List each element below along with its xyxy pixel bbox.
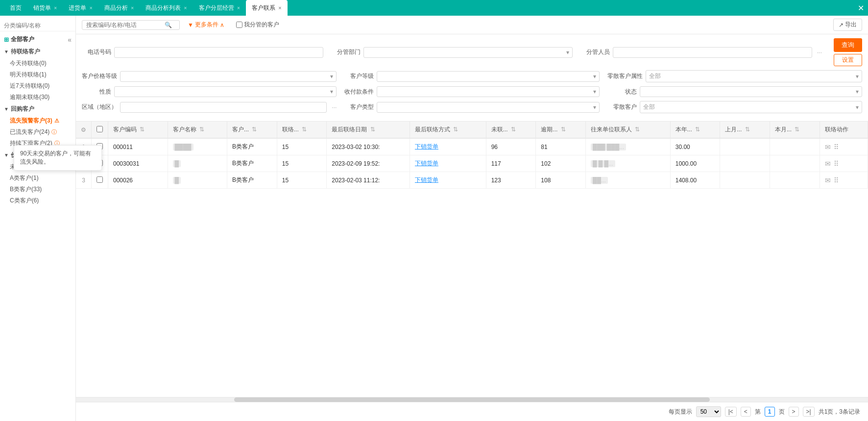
zero-attr-select[interactable]: 全部 ▾ [646, 70, 862, 82]
my-customers-check[interactable] [236, 22, 242, 28]
action-more-icon[interactable]: ⠿ [834, 176, 839, 184]
export-icon: ↗ [839, 22, 844, 28]
export-button[interactable]: ↗ 导出 [833, 19, 862, 31]
sidebar-item-a-class[interactable]: A类客户(1) [0, 173, 75, 184]
filter-zero-attr: 零散客户属性 全部 ▾ [607, 70, 862, 82]
row-customer-type: B类客户 [227, 138, 277, 155]
horizontal-scrollbar[interactable] [76, 397, 868, 402]
th-no-contact[interactable]: 未联... ⇅ [486, 122, 536, 138]
action-message-icon[interactable]: ✉ [825, 143, 831, 151]
manager-more-icon[interactable]: ··· [817, 49, 822, 56]
action-more-icon[interactable]: ⠿ [834, 160, 839, 168]
settings-icon[interactable]: ⚙ [81, 126, 86, 133]
gender-chevron-icon: ▾ [330, 88, 333, 95]
tab-close-product-analysis[interactable]: × [131, 5, 134, 11]
tab-product-analysis[interactable]: 商品分析 × [98, 0, 140, 16]
customer-level-select[interactable]: ▾ [377, 71, 599, 82]
next-page-btn[interactable]: > [789, 407, 799, 417]
per-page-select[interactable]: 50 100 200 [696, 406, 721, 417]
sidebar-pending-section[interactable]: ▼ 待联络客户 [0, 46, 75, 58]
sidebar-churn-section[interactable]: ▼ 回购客户 [0, 103, 75, 115]
tab-product-analysis-list[interactable]: 商品分析列表 × [140, 0, 193, 16]
row-customer-type: B类客户 [227, 155, 277, 172]
query-button[interactable]: 查询 [834, 38, 862, 52]
search-input[interactable] [86, 22, 165, 28]
tab-home[interactable]: 首页 [4, 0, 27, 16]
tab-close-sales-order[interactable]: × [54, 5, 57, 11]
row-checkbox-cell[interactable] [92, 172, 108, 189]
th-this-month[interactable]: 本月... ⇅ [770, 122, 820, 138]
th-customer-name[interactable]: 客户名称 ⇅ [168, 122, 227, 138]
sidebar-all-customers[interactable]: ⊞ 全部客户 « [0, 33, 75, 46]
th-customer-code[interactable]: 客户编码 ⇅ [108, 122, 168, 138]
first-page-btn[interactable]: |< [725, 407, 737, 417]
sidebar-item-7days-pending[interactable]: 近7天待联络(0) [0, 80, 75, 92]
th-last-contact-date[interactable]: 最后联络日期 ⇅ [327, 122, 410, 138]
row-last-month [720, 155, 770, 172]
filter-bar: 🔍 ▼ 更多条件 ∧ 我分管的客户 ↗ 导出 [76, 16, 868, 34]
region-input[interactable] [120, 102, 327, 113]
price-level-select[interactable]: ▾ [120, 71, 337, 82]
action-message-icon[interactable]: ✉ [825, 176, 831, 184]
dept-select[interactable]: ▾ [363, 47, 573, 58]
tab-customer-contact[interactable]: 客户联系 × [246, 0, 287, 16]
tab-close-product-analysis-list[interactable]: × [184, 5, 187, 11]
sidebar-item-b-class[interactable]: B类客户(33) [0, 184, 75, 195]
customer-type-chevron-icon: ▾ [593, 104, 596, 111]
row-action: ✉ ⠿ [820, 155, 868, 172]
status-select[interactable]: ▾ [640, 86, 862, 97]
region-more-icon[interactable]: ··· [332, 104, 337, 111]
sort-icon-last-month: ⇅ [745, 126, 750, 133]
manager-input[interactable] [613, 47, 812, 58]
th-last-month[interactable]: 上月... ⇅ [720, 122, 770, 138]
payment-select[interactable]: ▾ [377, 86, 599, 97]
sidebar-item-today-pending[interactable]: 今天待联络(0) [0, 58, 75, 69]
sidebar-item-already-churn[interactable]: 已流失客户(24) ⓘ [0, 126, 75, 138]
customer-type-select[interactable]: ▾ [377, 102, 599, 113]
more-conditions-btn[interactable]: ▼ 更多条件 ∧ [184, 19, 228, 30]
window-close-button[interactable]: ✕ [858, 3, 864, 13]
th-checkbox[interactable] [92, 122, 108, 138]
tab-close-purchase-order[interactable]: × [89, 5, 92, 11]
th-contact[interactable]: 联络... ⇅ [277, 122, 327, 138]
action-more-icon[interactable]: ⠿ [834, 143, 839, 151]
row-name: █ [168, 155, 227, 172]
sidebar-item-tomorrow-pending[interactable]: 明天待联络(1) [0, 69, 75, 80]
tab-close-customer-segmentation[interactable]: × [237, 5, 240, 11]
sidebar-item-churn-warning[interactable]: 流失预警客户(3) ⚠ [0, 115, 75, 126]
tooltip-churn-warning: 90天未交易的客户，可能有流失风险。 [14, 145, 76, 171]
sidebar-item-overdue-pending[interactable]: 逾期未联络(30) [0, 92, 75, 103]
last-page-btn[interactable]: >| [803, 407, 815, 417]
zero-customer-select[interactable]: 全部 ▾ [640, 101, 862, 113]
select-all-checkbox[interactable] [96, 126, 103, 132]
tab-close-customer-contact[interactable]: × [278, 5, 281, 11]
my-customers-checkbox[interactable]: 我分管的客户 [232, 19, 283, 30]
prev-page-btn[interactable]: < [741, 407, 751, 417]
row-checkbox-2[interactable] [96, 176, 103, 183]
tab-customer-segmentation[interactable]: 客户分层经营 × [193, 0, 246, 16]
gender-select[interactable]: ▾ [114, 86, 337, 97]
settings-button[interactable]: 设置 [834, 54, 862, 66]
filter-customer-type: 客户类型 ▾ [344, 102, 599, 113]
sidebar-item-c-class[interactable]: C类客户(6) [0, 195, 75, 206]
row-last-contact-date: 2023-02-09 19:52: [327, 155, 410, 172]
action-message-icon[interactable]: ✉ [825, 160, 831, 168]
row-overdue: 108 [536, 172, 586, 189]
th-customer-type[interactable]: 客户... ⇅ [227, 122, 277, 138]
sidebar-collapse-icon[interactable]: « [68, 36, 72, 44]
row-code: 00030031 [108, 155, 168, 172]
row-contact: 15 [277, 138, 327, 155]
tab-bar: 首页 销货单 × 进货单 × 商品分析 × 商品分析列表 × 客户分层经营 × … [0, 0, 868, 16]
th-year-amount[interactable]: 本年... ⇅ [670, 122, 720, 138]
th-overdue[interactable]: 逾期... ⇅ [536, 122, 586, 138]
sidebar-search-input[interactable] [4, 22, 76, 29]
tab-sales-order[interactable]: 销货单 × [27, 0, 63, 16]
th-last-contact-way[interactable]: 最后联络方式 ⇅ [410, 122, 486, 138]
tab-purchase-order[interactable]: 进货单 × [63, 0, 98, 16]
th-settings[interactable]: ⚙ [76, 122, 92, 138]
zero-customer-chevron-icon: ▾ [856, 104, 859, 111]
scroll-thumb[interactable] [234, 397, 709, 402]
filter-panel: 电话号码 分管部门 ▾ 分管人员 ··· 查询 设置 [76, 34, 868, 122]
phone-input[interactable] [114, 47, 323, 58]
th-unit-contact[interactable]: 往来单位联系人 ⇅ [585, 122, 670, 138]
